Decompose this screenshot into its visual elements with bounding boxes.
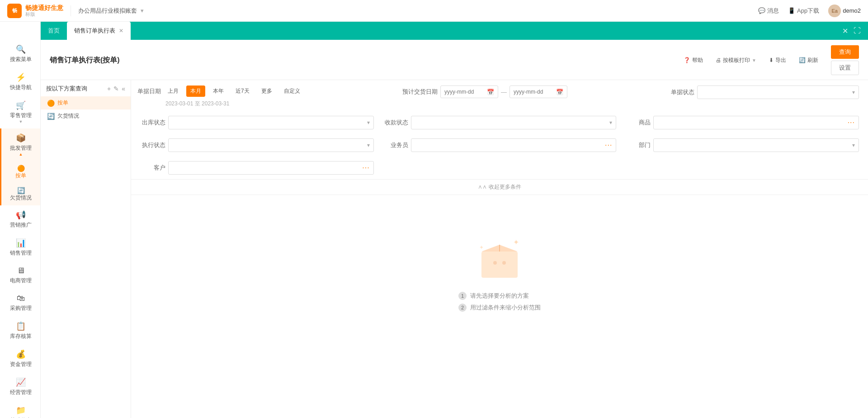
salesman-label: 业务员 xyxy=(383,141,408,149)
sidebar-item-finance[interactable]: 💰 资金管理 xyxy=(0,345,40,373)
calendar-icon-from: 📅 xyxy=(487,89,494,95)
marketing-icon: 📢 xyxy=(16,210,26,220)
sidebar-item-purchase[interactable]: 🛍 采购管理 xyxy=(0,289,40,317)
hint-num-2: 2 xyxy=(458,304,467,312)
expected-date-from[interactable]: 📅 xyxy=(440,86,498,98)
exec-status-control[interactable]: ▾ xyxy=(168,138,374,152)
date-this-month[interactable]: 本月 xyxy=(186,86,205,97)
dept-item: 部门 ▾ xyxy=(625,138,859,152)
help-btn[interactable]: ❓ 帮助 xyxy=(680,55,707,66)
user-menu[interactable]: Ea demo2 xyxy=(828,5,861,17)
app-download-btn[interactable]: 📱 App下载 xyxy=(788,7,819,15)
pay-status-control[interactable]: ▾ xyxy=(411,116,617,129)
date-last7[interactable]: 近7天 xyxy=(231,86,254,97)
export-icon: ⬇ xyxy=(769,57,774,63)
date-last-month[interactable]: 上月 xyxy=(164,86,183,97)
sidebar-sub-owe[interactable]: 🔄 欠货情况 xyxy=(1,183,40,205)
sidebar-wholesale-section: 📦 批发管理 ▲ 🟠 按单 🔄 欠货情况 xyxy=(0,128,40,205)
sidebar-item-inventory[interactable]: 📋 库存核算 xyxy=(0,317,40,345)
sidebar-item-operations[interactable]: 📈 经营管理 xyxy=(0,373,40,401)
pay-status-item: 收款状态 ▾ xyxy=(383,116,617,129)
expected-date-label: 预计交货日期 xyxy=(402,88,438,96)
tab-close-window-icon[interactable]: ✕ xyxy=(842,27,848,35)
page-actions: ❓ 帮助 🖨 按模板打印 ▼ ⬇ 导出 🔄 刷新 xyxy=(680,45,859,75)
hint-item-1: 1 请先选择要分析的方案 xyxy=(458,292,529,300)
pay-status-arrow: ▾ xyxy=(609,119,612,126)
sidebar-item-basic[interactable]: 📁 基础信息 xyxy=(0,401,40,418)
goods-control[interactable]: ··· xyxy=(653,116,859,129)
date-more[interactable]: 更多 xyxy=(257,86,276,97)
title-dropdown[interactable]: ▾ xyxy=(141,7,144,14)
top-header: 畅 畅捷通好生意 标版 办公用品行业模拟账套 ▾ 💬 消息 📱 App下载 Ea… xyxy=(0,0,868,22)
salesman-item: 业务员 ··· xyxy=(383,138,617,152)
message-btn[interactable]: 💬 消息 xyxy=(758,7,779,15)
svg-point-2 xyxy=(493,261,497,265)
content-area: 按以下方案查询 + ✎ « 🟠 按单 🔄 欠货情况 xyxy=(41,80,868,418)
print-arrow: ▼ xyxy=(752,58,756,63)
empty-state: ✦ ✦ 1 请先选择要分析的方案 2 用过滤条件来缩小分析范围 xyxy=(131,195,868,348)
scheme-order[interactable]: 🟠 按单 xyxy=(41,96,131,109)
app-name: 畅捷通好生意 xyxy=(25,4,63,12)
page-title: 销售订单执行表(按单) xyxy=(50,56,120,65)
retail-arrow: ▼ xyxy=(19,119,23,124)
sidebar-item-ecommerce[interactable]: 🖥 电商管理 xyxy=(0,261,40,289)
goods-item: 商品 ··· xyxy=(625,116,859,129)
purchase-icon: 🛍 xyxy=(17,294,25,303)
template-print-btn[interactable]: 🖨 按模板打印 ▼ xyxy=(712,55,760,66)
filter-row-2: 出库状态 ▾ 收款状态 ▾ xyxy=(131,111,868,134)
out-status-item: 出库状态 ▾ xyxy=(140,116,374,129)
export-btn[interactable]: ⬇ 导出 xyxy=(765,55,790,66)
svg-point-3 xyxy=(502,261,506,265)
customer-label: 客户 xyxy=(140,164,165,172)
sales-icon: 📊 xyxy=(16,238,26,248)
sidebar-item-search[interactable]: 🔍 搜索菜单 xyxy=(0,40,40,68)
collapse-more-btn[interactable]: ∧∧ 收起更多条件 xyxy=(131,179,868,195)
nav-tabs: 首页 销售订单执行表 ✕ ✕ ⛶ xyxy=(41,22,868,40)
setting-button[interactable]: 设置 xyxy=(831,61,859,75)
sidebar-item-retail[interactable]: 🛒 零售管理 ▼ xyxy=(0,96,40,128)
app-logo: 畅 xyxy=(7,4,22,18)
expected-date-to[interactable]: 📅 xyxy=(509,86,567,98)
customer-dots[interactable]: ··· xyxy=(362,164,369,172)
salesman-dots[interactable]: ··· xyxy=(605,141,612,149)
divider xyxy=(71,5,71,16)
goods-dots[interactable]: ··· xyxy=(848,119,855,127)
expected-date-from-input[interactable] xyxy=(444,89,485,95)
scheme-owe[interactable]: 🔄 欠货情况 xyxy=(41,109,131,123)
customer-control[interactable]: ··· xyxy=(168,161,374,175)
dept-arrow: ▾ xyxy=(852,142,855,148)
dept-control[interactable]: ▾ xyxy=(653,138,859,152)
main-content: 销售订单执行表(按单) ❓ 帮助 🖨 按模板打印 ▼ ⬇ 导出 xyxy=(41,40,868,418)
ecommerce-icon: 🖥 xyxy=(17,266,25,276)
scheme-collapse-icon[interactable]: « xyxy=(122,85,125,92)
out-status-control[interactable]: ▾ xyxy=(168,116,374,129)
order-status-control[interactable]: ▾ xyxy=(697,86,859,99)
date-this-year[interactable]: 本年 xyxy=(209,86,228,97)
salesman-control[interactable]: ··· xyxy=(411,138,617,152)
svg-text:✦: ✦ xyxy=(479,244,484,251)
tab-sales-order[interactable]: 销售订单执行表 ✕ xyxy=(67,22,131,40)
expected-date-item: 预计交货日期 📅 — 📅 xyxy=(402,86,656,98)
sidebar-item-quicknav[interactable]: ⚡ 快捷导航 xyxy=(0,68,40,96)
sidebar-item-sales[interactable]: 📊 销售管理 xyxy=(0,233,40,261)
retail-icon: 🛒 xyxy=(16,100,26,110)
sidebar-item-wholesale[interactable]: 📦 批发管理 ▲ xyxy=(1,128,40,161)
scheme-order-icon: 🟠 xyxy=(47,100,55,107)
empty-illustration: ✦ ✦ xyxy=(472,231,527,281)
filter-row-4: 客户 ··· xyxy=(131,157,868,179)
tab-expand-icon[interactable]: ⛶ xyxy=(854,27,861,35)
tab-home[interactable]: 首页 xyxy=(41,22,67,40)
expected-date-to-input[interactable] xyxy=(514,89,554,95)
query-button[interactable]: 查询 xyxy=(831,45,859,59)
hint-text-1: 请先选择要分析的方案 xyxy=(470,292,529,300)
user-label: demo2 xyxy=(843,7,861,14)
refresh-btn[interactable]: 🔄 刷新 xyxy=(795,55,822,66)
operations-icon: 📈 xyxy=(16,377,26,387)
date-custom[interactable]: 自定义 xyxy=(280,86,304,97)
scheme-add-icon[interactable]: + xyxy=(107,85,111,92)
sidebar-sub-order[interactable]: 🟠 按单 xyxy=(1,161,40,183)
tab-close-icon[interactable]: ✕ xyxy=(119,28,123,34)
sidebar-item-marketing[interactable]: 📢 营销推广 xyxy=(0,205,40,233)
hint-num-1: 1 xyxy=(458,292,467,300)
scheme-edit-icon[interactable]: ✎ xyxy=(113,85,119,92)
